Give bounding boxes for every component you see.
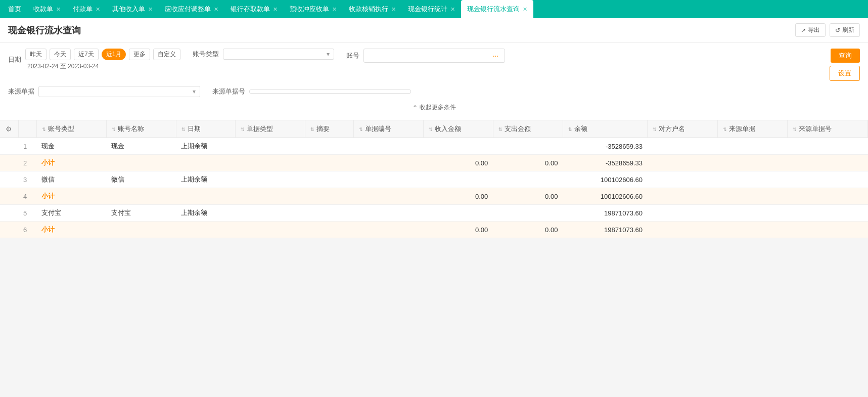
account-filter: 账号 ··· [346, 49, 505, 63]
nav-tab-银行存取款单[interactable]: 银行存取款单✕ [224, 0, 284, 18]
refresh-icon: ↺ [835, 27, 840, 34]
cell-source_doc_no [787, 171, 867, 188]
cell-summary [305, 222, 353, 238]
cell-date [176, 222, 235, 238]
col-header-expense[interactable]: ⇅支出金额 [493, 120, 563, 138]
data-table: ⚙⇅账号类型⇅账号名称⇅日期⇅单据类型⇅摘要⇅单据编号⇅收入金额⇅支出金额⇅余额… [0, 120, 868, 238]
row-gear [0, 205, 18, 222]
table-body: 1现金现金上期余额-3528659.332小计0.000.00-3528659.… [0, 138, 868, 238]
date-shortcut-自定义[interactable]: 自定义 [153, 49, 180, 60]
nav-tab-现金银行流水查询[interactable]: 现金银行流水查询✕ [461, 0, 533, 18]
col-header-balance[interactable]: ⇅余额 [563, 120, 648, 138]
col-header-counterpart[interactable]: ⇅对方户名 [648, 120, 717, 138]
refresh-button[interactable]: ↺ 刷新 [830, 23, 860, 37]
table-row: 3微信微信上期余额100102606.60 [0, 171, 868, 188]
close-icon[interactable]: ✕ [391, 6, 396, 13]
cell-summary [305, 138, 353, 155]
query-button[interactable]: 查询 [831, 49, 860, 63]
col-header-income[interactable]: ⇅收入金额 [423, 120, 493, 138]
cell-doc_type [235, 205, 305, 222]
date-shortcut-近7天[interactable]: 近7天 [74, 49, 99, 60]
row-index: 4 [18, 188, 36, 205]
nav-tab-应收应付调整单[interactable]: 应收应付调整单✕ [159, 0, 224, 18]
cell-source_doc [717, 138, 787, 155]
source-doc-label: 来源单据 [8, 87, 34, 96]
cell-source_doc [717, 188, 787, 205]
cell-expense [493, 138, 563, 155]
col-header-source_doc[interactable]: ⇅来源单据 [717, 120, 787, 138]
close-icon[interactable]: ✕ [214, 6, 218, 13]
cell-doc_no [353, 188, 423, 205]
sort-icon: ⇅ [181, 127, 186, 132]
collapse-bar[interactable]: ⌃ 收起更多条件 [8, 101, 860, 114]
col-header-source_doc_no[interactable]: ⇅来源单据号 [787, 120, 867, 138]
settings-button[interactable]: 设置 [830, 66, 860, 81]
cell-date: 上期余额 [176, 171, 235, 188]
cell-source_doc [717, 222, 787, 238]
sort-icon: ⇅ [112, 127, 116, 132]
gear-icon[interactable]: ⚙ [6, 125, 12, 133]
cell-source_doc [717, 155, 787, 171]
account-input[interactable]: ··· [363, 49, 505, 63]
source-doc-no-filter: 来源单据号 [212, 87, 411, 96]
source-doc-no-label: 来源单据号 [212, 87, 245, 96]
cell-expense: 0.00 [493, 155, 563, 171]
cell-source_doc_no [787, 188, 867, 205]
nav-home[interactable]: 首页 [2, 0, 27, 18]
date-shortcut-今天[interactable]: 今天 [50, 49, 71, 60]
nav-tab-其他收入单[interactable]: 其他收入单✕ [106, 0, 159, 18]
cell-account_type: 支付宝 [36, 205, 106, 222]
sort-icon: ⇅ [498, 127, 502, 132]
table-container: ⚙⇅账号类型⇅账号名称⇅日期⇅单据类型⇅摘要⇅单据编号⇅收入金额⇅支出金额⇅余额… [0, 120, 868, 238]
cell-account_type: 小计 [36, 155, 106, 171]
close-icon[interactable]: ✕ [450, 6, 455, 13]
row-gear [0, 188, 18, 205]
collapse-label: 收起更多条件 [420, 103, 456, 112]
nav-tab-预收冲应收单[interactable]: 预收冲应收单✕ [284, 0, 343, 18]
close-icon[interactable]: ✕ [523, 6, 527, 13]
close-icon[interactable]: ✕ [148, 6, 153, 13]
table-row: 4小计0.000.00100102606.60 [0, 188, 868, 205]
export-button[interactable]: ↗ 导出 [795, 23, 826, 37]
col-header-account_type[interactable]: ⇅账号类型 [36, 120, 106, 138]
close-icon[interactable]: ✕ [96, 6, 100, 13]
col-header-account_name[interactable]: ⇅账号名称 [106, 120, 176, 138]
cell-income: 0.00 [423, 155, 493, 171]
sort-icon: ⇅ [723, 127, 727, 132]
account-type-filter: 账号类型 ▾ [193, 49, 334, 60]
row-gear [0, 138, 18, 155]
nav-tab-收款单[interactable]: 收款单✕ [27, 0, 67, 18]
close-icon[interactable]: ✕ [273, 6, 278, 13]
col-header-date[interactable]: ⇅日期 [176, 120, 235, 138]
date-label: 日期 [8, 55, 21, 64]
nav-tab-付款单[interactable]: 付款单✕ [67, 0, 106, 18]
cell-expense [493, 171, 563, 188]
page-title: 现金银行流水查询 [8, 24, 81, 36]
source-doc-select[interactable]: ▾ [38, 86, 200, 97]
date-range-display: 2023-02-24 至 2023-03-24 [27, 62, 180, 71]
col-header-summary[interactable]: ⇅摘要 [305, 120, 353, 138]
account-type-select[interactable]: ▾ [223, 49, 334, 60]
cell-balance: 100102606.60 [563, 171, 648, 188]
date-filter: 日期 昨天今天近7天近1月更多自定义 2023-02-24 至 2023-03-… [8, 49, 180, 71]
date-shortcut-近1月[interactable]: 近1月 [102, 49, 126, 60]
date-shortcut-昨天[interactable]: 昨天 [25, 49, 47, 60]
close-icon[interactable]: ✕ [56, 6, 61, 13]
nav-tab-现金银行统计[interactable]: 现金银行统计✕ [402, 0, 461, 18]
nav-tab-收款核销执行[interactable]: 收款核销执行✕ [343, 0, 402, 18]
row-index: 5 [18, 205, 36, 222]
date-shortcut-更多[interactable]: 更多 [129, 49, 150, 60]
cell-date: 上期余额 [176, 205, 235, 222]
date-shortcuts: 昨天今天近7天近1月更多自定义 [25, 49, 180, 60]
close-icon[interactable]: ✕ [332, 6, 337, 13]
chevron-down-icon: ▾ [327, 51, 330, 58]
cell-counterpart [648, 155, 717, 171]
cell-counterpart [648, 205, 717, 222]
col-header-doc_type[interactable]: ⇅单据类型 [235, 120, 305, 138]
source-doc-no-input[interactable] [249, 90, 411, 94]
cell-source_doc_no [787, 205, 867, 222]
account-picker-icon[interactable]: ··· [491, 51, 501, 61]
cell-source_doc_no [787, 155, 867, 171]
sort-icon: ⇅ [653, 127, 657, 132]
col-header-doc_no[interactable]: ⇅单据编号 [353, 120, 423, 138]
